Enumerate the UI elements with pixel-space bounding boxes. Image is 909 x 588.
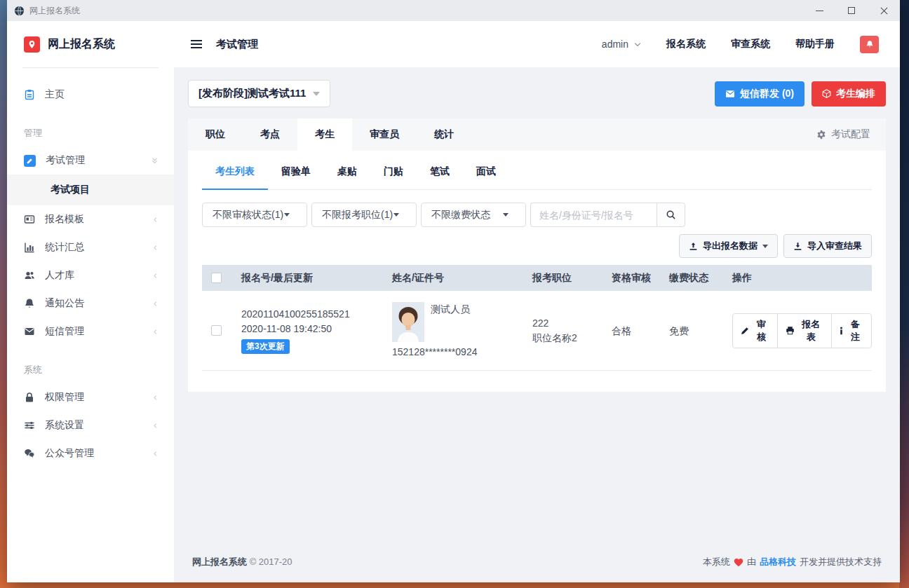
close-button[interactable] <box>868 0 900 21</box>
candidate-photo[interactable] <box>392 302 424 342</box>
import-review-button[interactable]: 导入审查结果 <box>783 234 872 258</box>
chevron-left-icon <box>152 272 159 280</box>
sidebar-item-home[interactable]: 主页 <box>7 81 174 109</box>
candidate-arrange-button[interactable]: 考生编排 <box>812 81 886 107</box>
table-row: 20201104100255185521 2020-11-08 19:42:50… <box>202 291 872 371</box>
sidebar-item-notice[interactable]: 通知公告 <box>7 289 174 317</box>
exam-selector-label: [发布阶段]测试考试111 <box>198 87 306 100</box>
candidate-panel: 考生列表 留验单 桌贴 门贴 笔试 面试 不限审核状态(1) <box>188 151 886 392</box>
export-data-button[interactable]: 导出报名数据 <box>679 234 778 258</box>
footer-credit-prefix: 本系统 <box>703 556 730 568</box>
row-checkbox[interactable] <box>211 325 222 336</box>
exam-selector[interactable]: [发布阶段]测试考试111 <box>188 80 330 107</box>
sidebar-item-wechat-account[interactable]: 公众号管理 <box>7 439 174 467</box>
audit-status-value: 不限审核状态(1) <box>213 209 284 221</box>
chart-icon <box>24 242 35 253</box>
chevron-left-icon <box>152 422 159 430</box>
users-icon <box>24 270 35 281</box>
sidebar-section-system: 系统 <box>7 346 174 383</box>
sidebar-subitem-exam-project[interactable]: 考试项目 <box>7 175 174 205</box>
search-button[interactable] <box>656 203 685 227</box>
link-registration-system[interactable]: 报名系统 <box>666 38 706 50</box>
user-dropdown[interactable]: admin <box>602 39 641 50</box>
chevron-left-icon <box>152 328 159 336</box>
download-icon <box>793 242 802 251</box>
search-input[interactable] <box>530 203 656 227</box>
position-value: 不限报考职位(1) <box>322 209 393 221</box>
notification-button[interactable] <box>860 36 879 53</box>
footer-credit-mid: 由 <box>747 556 756 568</box>
tab-reviewer[interactable]: 审查员 <box>352 118 417 151</box>
sidebar-item-sms[interactable]: 短信管理 <box>7 317 174 346</box>
info-icon <box>840 327 843 335</box>
app-window: 网上报名系统 网上报名系统 <box>7 0 900 582</box>
position-select[interactable]: 不限报考职位(1) <box>311 203 417 227</box>
sidebar-item-label: 权限管理 <box>45 391 84 404</box>
chevron-left-icon <box>152 394 159 402</box>
update-count-badge: 第3次更新 <box>241 339 290 354</box>
page-footer: 网上报名系统 © 2017-20 本系统 由 品格科技 开发并提供技术支持 <box>188 546 886 582</box>
subtab-door-label[interactable]: 门贴 <box>370 155 417 189</box>
sidebar-item-settings[interactable]: 系统设置 <box>7 411 174 439</box>
subtab-interview[interactable]: 面试 <box>463 155 509 189</box>
tab-candidate[interactable]: 考生 <box>297 118 352 151</box>
sidebar-brand: 网上报名系统 <box>7 21 174 67</box>
sidebar-item-permissions[interactable]: 权限管理 <box>7 383 174 411</box>
subtab-retention-slip[interactable]: 留验单 <box>268 155 324 189</box>
chevron-down-icon <box>284 213 290 217</box>
chevron-down-icon <box>503 213 509 217</box>
mail-icon <box>24 326 35 337</box>
sidebar-subitem-label: 考试项目 <box>50 184 90 196</box>
candidate-arrange-label: 考生编排 <box>836 88 875 100</box>
link-review-system[interactable]: 审查系统 <box>731 38 770 50</box>
lock-icon <box>24 392 35 403</box>
top-header: 考试管理 admin 报名系统 审查系统 帮助手册 <box>174 21 900 67</box>
position-name: 职位名称2 <box>532 331 600 345</box>
tab-position[interactable]: 职位 <box>188 118 243 151</box>
footer-credit-suffix: 开发并提供技术支持 <box>800 556 882 568</box>
chevron-left-icon <box>152 450 159 458</box>
col-header-audit: 资格审核 <box>600 272 658 285</box>
select-all-checkbox[interactable] <box>211 273 222 283</box>
wechat-icon <box>24 448 35 459</box>
sidebar-item-talent-pool[interactable]: 人才库 <box>7 261 174 289</box>
export-data-label: 导出报名数据 <box>703 240 758 252</box>
sms-broadcast-button[interactable]: 短信群发 (0) <box>715 81 804 107</box>
link-help-manual[interactable]: 帮助手册 <box>795 38 835 50</box>
footer-company-link[interactable]: 品格科技 <box>760 556 796 568</box>
subtab-written-exam[interactable]: 笔试 <box>417 155 463 189</box>
last-updated: 2020-11-08 19:42:50 <box>241 322 381 336</box>
hamburger-icon[interactable] <box>191 40 202 48</box>
maximize-button[interactable] <box>835 0 868 21</box>
sidebar-section-manage: 管理 <box>7 109 174 146</box>
sidebar-item-reg-template[interactable]: 报名模板 <box>7 205 174 233</box>
sliders-icon <box>24 420 35 431</box>
chevron-left-icon <box>152 216 159 224</box>
subtab-candidate-list[interactable]: 考生列表 <box>202 155 268 190</box>
audit-status: 合格 <box>612 325 631 336</box>
minimize-button[interactable] <box>803 0 835 21</box>
sidebar-item-label: 通知公告 <box>45 297 84 310</box>
remark-button[interactable]: 备注 <box>831 313 872 348</box>
mail-icon <box>725 90 735 98</box>
exam-config-button[interactable]: 考试配置 <box>816 118 886 151</box>
chevron-down-icon <box>762 245 768 248</box>
registration-form-button[interactable]: 报名表 <box>777 313 832 348</box>
table-header-row: 报名号/最后更新 姓名/证件号 报考职位 资格审核 缴费状态 操作 <box>202 265 872 291</box>
cube-icon <box>822 89 831 99</box>
sidebar-item-label: 报名模板 <box>45 213 84 226</box>
audit-button-label: 审核 <box>753 318 769 343</box>
footer-years: © 2017-20 <box>250 556 292 567</box>
edit-icon <box>741 327 749 335</box>
page-title: 考试管理 <box>216 38 258 51</box>
audit-status-select[interactable]: 不限审核状态(1) <box>202 203 307 227</box>
sidebar-item-exam-manage[interactable]: 考试管理 <box>7 146 174 175</box>
sidebar-item-stats[interactable]: 统计汇总 <box>7 233 174 261</box>
tab-statistics[interactable]: 统计 <box>417 118 471 151</box>
tab-site[interactable]: 考点 <box>243 118 297 151</box>
subtab-desk-label[interactable]: 桌贴 <box>324 155 370 189</box>
candidate-id-number: 152128********0924 <box>392 345 521 359</box>
payment-status-select[interactable]: 不限缴费状态 <box>421 203 526 227</box>
audit-button[interactable]: 审核 <box>732 313 778 348</box>
gear-icon <box>816 130 826 139</box>
